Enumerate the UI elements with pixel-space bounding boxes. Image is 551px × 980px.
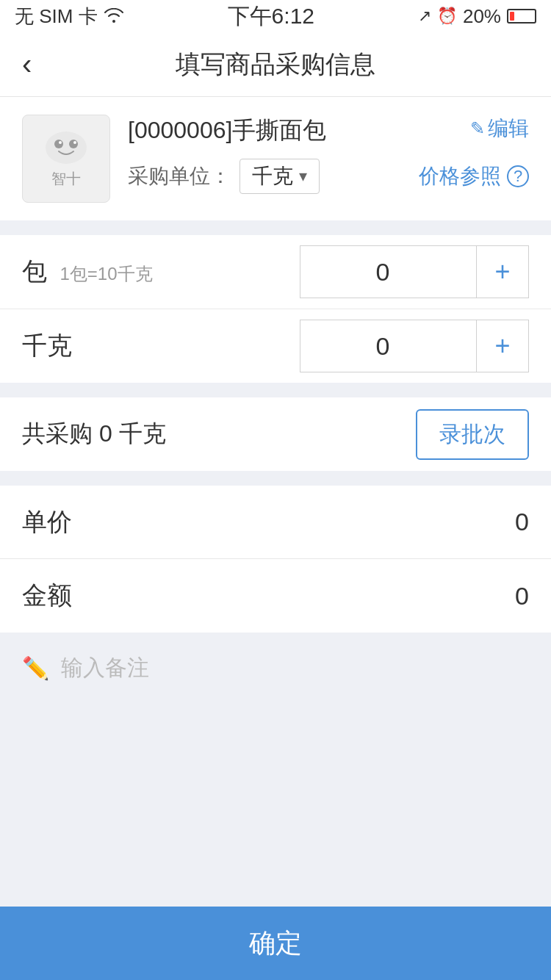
svg-point-3: [59, 141, 62, 144]
product-image: 智十: [22, 115, 110, 203]
price-section: 单价 0 金额 0: [0, 486, 551, 633]
section-divider-3: [0, 471, 551, 486]
edit-button[interactable]: ✎ 编辑: [470, 115, 529, 143]
status-right: ↗ ⏰ 20%: [418, 5, 536, 28]
back-button[interactable]: ‹: [15, 40, 39, 88]
page-title: 填写商品采购信息: [176, 48, 375, 82]
nav-bar: ‹ 填写商品采购信息: [0, 32, 551, 97]
note-section[interactable]: ✏️ 输入备注: [0, 633, 551, 704]
status-time: 下午6:12: [228, 1, 314, 32]
unit-price-row: 单价 0: [0, 486, 551, 559]
chevron-down-icon: ▾: [299, 167, 307, 186]
carrier-text: 无 SIM 卡: [15, 4, 98, 29]
product-logo: [44, 129, 88, 166]
kg-plus-button[interactable]: +: [476, 320, 529, 372]
product-info: [0000006]手撕面包 ✎ 编辑 采购单位： 千克 ▾ 价格参照 ?: [128, 115, 529, 194]
record-batch-button[interactable]: 录批次: [416, 409, 529, 460]
unit-selector[interactable]: 千克 ▾: [240, 159, 320, 194]
section-divider-1: [0, 220, 551, 235]
bag-input-section: 包 1包=10千克 +: [0, 235, 551, 309]
wifi-icon: [104, 5, 124, 28]
summary-row: 共采购 0 千克 录批次: [0, 397, 551, 471]
unit-price-value: 0: [515, 508, 529, 536]
svg-point-1: [54, 140, 63, 148]
content-area: [0, 704, 551, 909]
alarm-icon: ⏰: [437, 7, 457, 26]
bag-sublabel: 1包=10千克: [60, 264, 152, 284]
amount-value: 0: [515, 582, 529, 610]
price-reference-button[interactable]: 价格参照 ?: [419, 162, 529, 190]
pencil-icon: ✏️: [22, 655, 49, 681]
status-left: 无 SIM 卡: [15, 4, 124, 29]
product-name: [0000006]手撕面包: [128, 115, 470, 147]
amount-label: 金额: [22, 579, 72, 613]
bag-input-row: 包 1包=10千克 +: [0, 235, 551, 309]
note-placeholder: 输入备注: [61, 653, 149, 683]
section-divider-2: [0, 383, 551, 397]
unit-price-label: 单价: [22, 505, 72, 539]
status-bar: 无 SIM 卡 下午6:12 ↗ ⏰ 20%: [0, 0, 551, 32]
bag-label: 包 1包=10千克: [22, 255, 300, 289]
edit-icon: ✎: [470, 118, 485, 139]
confirm-button[interactable]: 确定: [0, 907, 551, 980]
battery-icon: [507, 9, 536, 24]
help-icon: ?: [507, 165, 529, 187]
battery-percent: 20%: [463, 5, 501, 28]
svg-point-2: [69, 140, 78, 148]
svg-point-4: [73, 141, 76, 144]
bag-input-control: +: [300, 245, 529, 298]
summary-text: 共采购 0 千克: [22, 418, 166, 450]
kg-label: 千克: [22, 329, 300, 363]
kg-input-section: 千克 +: [0, 309, 551, 383]
kg-input-row: 千克 +: [0, 309, 551, 383]
kg-quantity-input[interactable]: [300, 320, 476, 372]
product-card: 智十 [0000006]手撕面包 ✎ 编辑 采购单位： 千克 ▾ 价格参照 ?: [0, 97, 551, 220]
svg-point-0: [46, 131, 87, 164]
kg-input-control: +: [300, 320, 529, 372]
bag-plus-button[interactable]: +: [476, 245, 529, 298]
unit-label: 采购单位：: [128, 162, 231, 190]
bag-quantity-input[interactable]: [300, 245, 476, 298]
location-icon: ↗: [418, 7, 431, 26]
amount-row: 金额 0: [0, 559, 551, 633]
